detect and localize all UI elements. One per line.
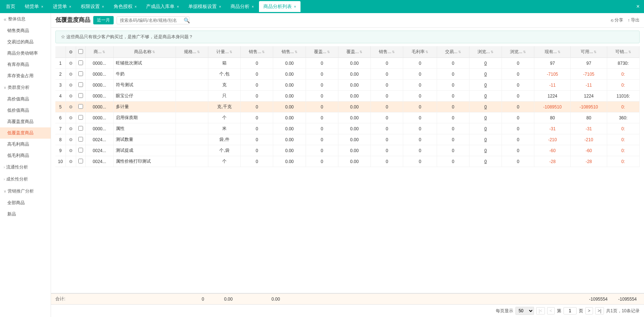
nav-tab-analysis-list-close[interactable]: × (294, 5, 296, 9)
sidebar-item-new-goods[interactable]: 新品 (0, 209, 51, 220)
row-select-checkbox[interactable] (78, 159, 83, 163)
col-available[interactable]: 可用...⇅ (571, 46, 607, 58)
col-unit[interactable]: 计量...⇅ (208, 46, 241, 58)
row-select-checkbox[interactable] (78, 82, 83, 87)
row-checkbox[interactable] (76, 134, 85, 145)
next-page-button[interactable]: > (585, 307, 593, 314)
col-name[interactable]: 商品名称⇅ (114, 46, 176, 58)
row-select-checkbox[interactable] (78, 104, 83, 109)
search-button[interactable]: 🔍 (184, 17, 190, 23)
row-checkbox[interactable] (76, 123, 85, 134)
select-all-checkbox[interactable] (78, 49, 83, 54)
row-browse1[interactable]: 0 (469, 91, 502, 102)
row-checkbox[interactable] (76, 80, 85, 91)
row-select-checkbox[interactable] (78, 71, 83, 76)
row-select-checkbox[interactable] (78, 60, 83, 65)
sidebar-item-low-margin[interactable]: 低毛利商品 (0, 150, 51, 161)
row-select-checkbox[interactable] (78, 126, 83, 131)
sidebar-section-cluster[interactable]: ∨ 类群度分析 (0, 82, 51, 94)
last-page-button[interactable]: >| (595, 307, 604, 314)
row-browse1[interactable]: 0 (469, 102, 502, 112)
nav-tab-analysis[interactable]: 商品分析 × (226, 1, 258, 12)
nav-tab-template[interactable]: 单据模板设置 × (184, 1, 225, 12)
nav-tab-permission[interactable]: 权限设置 × (76, 1, 109, 12)
col-trade[interactable]: 交易...⇅ (437, 46, 469, 58)
row-gear[interactable]: ⚙ (66, 112, 76, 123)
col-browse1[interactable]: 浏览...⇅ (469, 46, 502, 58)
sidebar-item-low-coverage[interactable]: 低覆盖度商品 (0, 127, 51, 139)
date-filter-button[interactable]: 近一月 (93, 16, 114, 24)
row-browse1[interactable]: 0 (469, 123, 502, 134)
col-sellable[interactable]: 可销...⇅ (607, 46, 639, 58)
sidebar-item-low-value[interactable]: 低价值商品 (0, 105, 51, 116)
col-code[interactable]: 商...⇅ (85, 46, 114, 58)
nav-tab-sales-close[interactable]: × (41, 5, 43, 9)
nav-tab-template-close[interactable]: × (219, 5, 221, 9)
sidebar-item-sales-goods[interactable]: 销售类商品 (0, 25, 51, 36)
col-browse2[interactable]: 浏览...⇅ (502, 46, 534, 58)
row-checkbox[interactable] (76, 69, 85, 80)
row-gear[interactable]: ⚙ (66, 58, 76, 69)
row-checkbox[interactable] (76, 102, 85, 112)
sidebar-item-in-stock[interactable]: 有库存商品 (0, 59, 51, 70)
row-gear[interactable]: ⚙ (66, 123, 76, 134)
nav-tab-purchase[interactable]: 进货单 × (48, 1, 76, 12)
sidebar-section-liquidity[interactable]: › 流通性分析 (0, 161, 51, 173)
nav-tab-role[interactable]: 角色授权 × (109, 1, 141, 12)
page-size-select[interactable]: 20 50 100 (515, 307, 534, 315)
share-button[interactable]: ⎋ 分享 (611, 17, 623, 23)
row-browse1[interactable]: 0 (469, 134, 502, 145)
sidebar-item-high-margin[interactable]: 高毛利商品 (0, 139, 51, 150)
search-input[interactable] (117, 16, 189, 24)
row-select-checkbox[interactable] (78, 137, 83, 142)
first-page-button[interactable]: |< (536, 307, 545, 314)
nav-tab-home[interactable]: 首页 (1, 1, 20, 12)
nav-tab-analysis-close[interactable]: × (252, 5, 254, 9)
row-checkbox[interactable] (76, 58, 85, 69)
row-browse1[interactable]: 0 (469, 69, 502, 80)
row-gear[interactable]: ⚙ (66, 134, 76, 145)
sidebar-item-high-value[interactable]: 高价值商品 (0, 94, 51, 105)
row-checkbox[interactable] (76, 156, 85, 167)
sidebar-section-marketing[interactable]: ∨ 营销推广分析 (0, 185, 51, 197)
row-gear[interactable]: ⚙ (66, 102, 76, 112)
col-cover2[interactable]: 覆盖...⇅ (338, 46, 370, 58)
row-checkbox[interactable] (76, 112, 85, 123)
row-gear[interactable]: ⚙ (66, 91, 76, 102)
row-browse1[interactable]: 0 (469, 80, 502, 91)
page-number-input[interactable] (564, 307, 577, 314)
col-sales-qty[interactable]: 销售...⇅ (241, 46, 273, 58)
col-sales2[interactable]: 销售...⇅ (371, 46, 403, 58)
col-gear[interactable]: ⚙ (66, 46, 76, 58)
row-browse1[interactable]: 0 (469, 156, 502, 167)
export-button[interactable]: ↑ 导出 (628, 17, 640, 23)
sidebar-section-overall[interactable]: « 整体信息 (0, 13, 51, 25)
sidebar-item-high-coverage[interactable]: 高覆盖度商品 (0, 116, 51, 127)
nav-tab-sales[interactable]: 销货单 × (20, 1, 48, 12)
sidebar-item-all-goods[interactable]: 全部商品 (0, 197, 51, 209)
sidebar-collapse-icon[interactable]: « (4, 16, 7, 22)
nav-tab-permission-close[interactable]: × (102, 5, 104, 9)
row-gear[interactable]: ⚙ (66, 156, 76, 167)
row-browse1[interactable]: 0 (469, 58, 502, 69)
col-cover1[interactable]: 覆盖...⇅ (306, 46, 338, 58)
row-select-checkbox[interactable] (78, 148, 83, 152)
nav-tab-stock-close[interactable]: × (177, 5, 179, 9)
prev-page-button[interactable]: < (547, 307, 555, 314)
sidebar-item-category-rate[interactable]: 商品分类动销率 (0, 48, 51, 59)
nav-tab-stock[interactable]: 产成品入库单 × (142, 1, 183, 12)
row-browse1[interactable]: 0 (469, 145, 502, 156)
nav-tab-purchase-close[interactable]: × (69, 5, 71, 9)
nav-tab-role-close[interactable]: × (135, 5, 137, 9)
nav-tab-analysis-list[interactable]: 商品分析列表 × (259, 1, 301, 12)
col-sales-amt[interactable]: 销售...⇅ (273, 46, 306, 58)
row-select-checkbox[interactable] (78, 93, 83, 98)
sidebar-item-capital[interactable]: 库存资金占用 (0, 70, 51, 82)
col-checkbox[interactable] (76, 46, 85, 58)
sidebar-section-growth[interactable]: › 成长性分析 (0, 173, 51, 185)
col-gross[interactable]: 毛利率⇅ (403, 46, 437, 58)
close-all-tabs-button[interactable]: × (633, 3, 643, 10)
row-gear[interactable]: ⚙ (66, 80, 76, 91)
row-checkbox[interactable] (76, 145, 85, 156)
col-current[interactable]: 现有...⇅ (534, 46, 571, 58)
